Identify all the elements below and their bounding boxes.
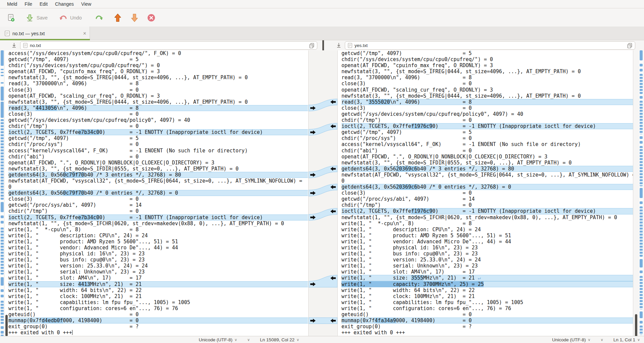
code-line[interactable]: write(1, " capabilities: lm fpu fpu_"...…: [341, 299, 633, 305]
code-line[interactable]: write(1, " version: 25.33.0\n", 24) = 24: [341, 257, 633, 263]
left-file-entry[interactable]: no.txt: [20, 41, 317, 50]
code-line[interactable]: write(1, " slot: AM4\n", 17) = 17: [8, 275, 308, 281]
code-line[interactable]: write(1, " configuration: cores=6 en"...…: [341, 305, 633, 311]
code-line[interactable]: openat(AT_FDCWD, ".", O_RDONLY|O_NONBLOC…: [341, 154, 633, 160]
code-line[interactable]: getcwd("/sys/devices/system/cpu/cpufreq/…: [341, 111, 633, 117]
code-line[interactable]: chdir("/tmp") = 0: [341, 117, 633, 123]
save-button[interactable]: Save: [23, 11, 50, 24]
right-code-pane[interactable]: getcwd("/tmp", 4097) = 5chdir("/sys/devi…: [337, 50, 633, 336]
code-line[interactable]: close(3) = 0: [8, 87, 308, 93]
right-pane-scrollbar-thumb[interactable]: [635, 314, 637, 337]
code-line[interactable]: 0: [341, 178, 633, 184]
left-code-pane[interactable]: access("/sys/devices/system/cpu/cpu0/cpu…: [5, 50, 309, 336]
code-line[interactable]: newfstatat(AT_FDCWD, "vsyscall32", {st_m…: [341, 172, 633, 178]
new-comparison-button[interactable]: [4, 11, 18, 24]
code-line[interactable]: write(1, " serial: Unknown\n", 23) = 23: [8, 269, 308, 275]
right-file-entry[interactable]: yes.txt: [345, 41, 635, 50]
code-line[interactable]: read(3, "3700000\n", 4096) = 8: [8, 81, 308, 87]
menu-changes[interactable]: Changes: [51, 0, 77, 8]
code-line[interactable]: getcwd("/proc/sys/abi", 4097) = 14: [341, 196, 633, 202]
code-line[interactable]: newfstatat(3, "", {st_mode=S_IFDIR|0555,…: [341, 160, 633, 166]
code-line[interactable]: newfstatat(3, "", {st_mode=S_IFREG|0444,…: [8, 99, 308, 105]
menu-meld[interactable]: Meld: [3, 0, 21, 8]
code-line[interactable]: getdents64(3, 0x560c79f70b40 /* 3 entrie…: [8, 172, 308, 178]
code-line[interactable]: chdir("/tmp") = 0: [8, 123, 308, 129]
left-code-text[interactable]: access("/sys/devices/system/cpu/cpu0/cpu…: [5, 50, 308, 336]
right-highlight-selector[interactable]: ∨: [601, 338, 603, 342]
code-line[interactable]: munmap(0x7f4fa34a9000, 4198400) = 0: [341, 317, 633, 324]
code-line[interactable]: openat(AT_FDCWD, "scaling_cur_freq", O_R…: [8, 93, 308, 99]
code-line[interactable]: write(1, " width: 64 bits\n", 22) = 22: [8, 287, 308, 293]
code-line[interactable]: close(3) = 0: [341, 190, 633, 196]
tab-close-icon[interactable]: ×: [83, 31, 86, 37]
code-line[interactable]: ioctl(2, TCGETS, 0x7ffef1976c90) = -1 EN…: [341, 123, 633, 129]
code-line[interactable]: write(1, " capabilities: lm fpu fpu_"...…: [8, 299, 308, 305]
code-line[interactable]: access("/sys/devices/system/cpu/cpu0/cpu…: [8, 50, 308, 56]
undo-button[interactable]: Undo: [56, 11, 85, 24]
code-line[interactable]: write(1, " width: 64 bits\n", 22) = 22: [341, 287, 633, 293]
code-line[interactable]: newfstatat(3, "", {st_mode=S_IFREG|0444,…: [341, 93, 633, 99]
code-line[interactable]: openat(AT_FDCWD, "cpuinfo_max_freq", O_R…: [8, 68, 308, 75]
code-line[interactable]: newfstatat(3, "", {st_mode=S_IFDIR|0555,…: [8, 166, 308, 172]
code-line[interactable]: write(1, " vendor: Advanced Micro De"...…: [341, 239, 633, 245]
code-line[interactable]: write(1, " description: CPU\n", 24) = 24: [8, 233, 308, 239]
code-line[interactable]: close(3) = 0: [8, 196, 308, 202]
code-line[interactable]: chdir("abi") = 0: [8, 154, 308, 160]
code-line[interactable]: write(1, " clock: 100MHz\n", 21) = 21: [8, 293, 308, 299]
code-line[interactable]: newfstatat(1, "", {st_mode=S_IFCHR|0620,…: [341, 214, 633, 220]
code-line[interactable]: 0: [8, 184, 308, 190]
left-diff-overview-map[interactable]: [0, 50, 4, 336]
code-line[interactable]: ioctl(2, TCGETS, 0x7ffee7b34c00) = -1 EN…: [8, 214, 308, 220]
code-line[interactable]: write(1, " size: 4413MHz\n", 21) = 21: [8, 281, 308, 287]
right-code-text[interactable]: getcwd("/tmp", 4097) = 5chdir("/sys/devi…: [338, 50, 633, 336]
code-line[interactable]: write(1, " slot: AM4\n", 17) = 17: [341, 269, 633, 275]
right-diff-overview-map[interactable]: [639, 50, 643, 336]
code-line[interactable]: write(1, " vendor: Advanced Micro De"...…: [8, 245, 308, 251]
code-line[interactable]: chdir("/tmp") = 0: [8, 208, 308, 214]
code-line[interactable]: write(1, " serial: Unknown\n", 23) = 23: [341, 263, 633, 269]
code-line[interactable]: write(1, " physical id: 16\n", 23) = 23: [8, 251, 308, 257]
stop-button[interactable]: [144, 11, 158, 24]
code-line[interactable]: chdir("/tmp") = 0: [341, 202, 633, 208]
code-line[interactable]: exit_group(0) = ?: [341, 324, 633, 330]
left-cursor-position[interactable]: Ln 15089, Col 22 ∨: [260, 337, 299, 342]
code-line[interactable]: getdents64(3, 0x5620369c6b40 /* 0 entrie…: [341, 184, 633, 190]
save-left-file-button[interactable]: [10, 42, 18, 50]
code-line[interactable]: read(3, "3555020\n", 4096) = 8: [341, 99, 633, 105]
code-line[interactable]: munmap(0x7fd4edb0f000, 4198400) = 0: [8, 317, 308, 324]
code-line[interactable]: +++ exited with 0 +++: [341, 330, 633, 336]
code-line[interactable]: getdents64(3, 0x560c79f70b40 /* 0 entrie…: [8, 190, 308, 196]
code-line[interactable]: write(1, " physical id: 16\n", 23) = 23: [341, 245, 633, 251]
copy-path-icon[interactable]: [627, 43, 632, 48]
code-line[interactable]: write(1, " product: AMD Ryzen 5 5600"...…: [8, 239, 308, 245]
menu-edit[interactable]: Edit: [36, 0, 51, 8]
code-line[interactable]: getcwd("/tmp", 4097) = 5: [341, 50, 633, 56]
code-line[interactable]: getcwd("/sys/devices/system/cpu/cpufreq/…: [8, 117, 308, 123]
right-encoding-selector[interactable]: Unicode (UTF-8) ∨: [552, 337, 591, 342]
code-line[interactable]: write(1, " *-cpu\n", 8) = 8: [8, 227, 308, 233]
save-right-file-button[interactable]: [335, 42, 343, 50]
left-pane-scrollbar-thumb[interactable]: [5, 315, 8, 336]
right-cursor-position[interactable]: Ln 1, Col 1 ∨: [613, 337, 640, 342]
code-line[interactable]: getcwd("/proc/sys/abi", 4097) = 14: [8, 202, 308, 208]
code-line[interactable]: ioctl(2, TCGETS, 0x7ffef1976c90) = -1 EN…: [341, 208, 633, 214]
code-line[interactable]: newfstatat(3, "", {st_mode=S_IFREG|0444,…: [341, 68, 633, 75]
code-line[interactable]: getdents64(3, 0x5620369c6b40 /* 3 entrie…: [341, 166, 633, 172]
code-line[interactable]: access("kernel/vsyscall64", F_OK) = -1 E…: [8, 148, 308, 154]
code-line[interactable]: chdir("abi") = 0: [341, 148, 633, 154]
code-line[interactable]: geteuid() = 0: [341, 311, 633, 317]
code-line[interactable]: chdir("/sys/devices/system/cpu/cpu0/cpuf…: [341, 56, 633, 62]
code-line[interactable]: write(1, " size: 3555MHz\n", 21) = 21 ↵: [341, 275, 633, 281]
code-line[interactable]: ioctl(2, TCGETS, 0x7ffee7b34c00) = -1 EN…: [8, 129, 308, 135]
code-line[interactable]: newfstatat(3, "", {st_mode=S_IFREG|0444,…: [8, 75, 308, 81]
copy-path-icon[interactable]: [309, 43, 314, 48]
code-line[interactable]: getcwd("/tmp", 4097) = 5: [341, 129, 633, 135]
left-highlight-selector[interactable]: ∨: [247, 338, 250, 342]
left-encoding-selector[interactable]: Unicode (UTF-8) ∨: [199, 337, 237, 342]
next-change-button[interactable]: [127, 11, 142, 24]
code-line[interactable]: exit_group(0) = ?: [8, 324, 308, 330]
code-line[interactable]: close(3) = 0: [341, 81, 633, 87]
code-line[interactable]: newfstatat(AT_FDCWD, "vsyscall32", {st_m…: [8, 178, 308, 184]
code-line[interactable]: write(1, " product: AMD Ryzen 5 5600"...…: [341, 233, 633, 239]
code-line[interactable]: newfstatat(1, "", {st_mode=S_IFCHR|0620,…: [8, 220, 308, 227]
